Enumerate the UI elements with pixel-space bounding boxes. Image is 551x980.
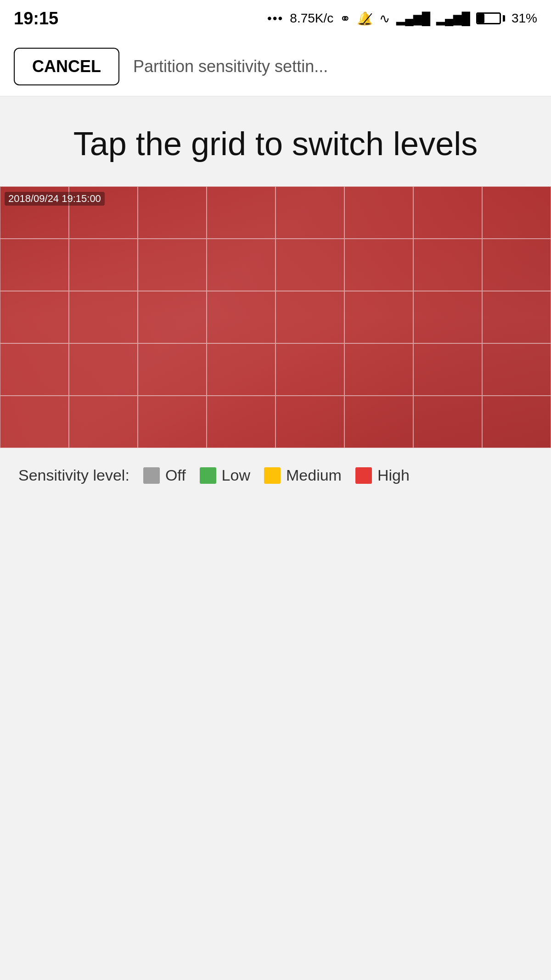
status-bar: 19:15 ••• 8.75K/c ⚭ 🔔̸ ∿ ▂▄▆█ ▂▄▆█ 31%: [0, 0, 551, 37]
grid-cell[interactable]: [207, 291, 276, 343]
grid-cell[interactable]: [276, 396, 344, 448]
bottom-area: [0, 503, 551, 897]
grid-cell[interactable]: [138, 291, 207, 343]
grid-cell[interactable]: [482, 291, 551, 343]
grid-cell[interactable]: [207, 343, 276, 396]
wifi-icon: ∿: [379, 11, 390, 26]
grid-cell[interactable]: [69, 343, 138, 396]
grid-cell[interactable]: [482, 396, 551, 448]
signal-dots: •••: [267, 11, 283, 26]
grid-overlay[interactable]: [0, 186, 551, 448]
cancel-button[interactable]: CANCEL: [14, 48, 119, 85]
legend-text-medium: Medium: [286, 466, 342, 484]
legend-text-off: Off: [165, 466, 186, 484]
instruction-text: Tap the grid to switch levels: [18, 124, 533, 163]
legend-text-low: Low: [222, 466, 250, 484]
grid-cell[interactable]: [138, 186, 207, 239]
grid-cell[interactable]: [413, 343, 482, 396]
instruction-area: Tap the grid to switch levels: [0, 96, 551, 186]
status-right-icons: ••• 8.75K/c ⚭ 🔔̸ ∿ ▂▄▆█ ▂▄▆█ 31%: [267, 11, 537, 26]
grid-cell[interactable]: [276, 239, 344, 291]
battery-indicator: [476, 12, 505, 24]
grid-cell[interactable]: [482, 186, 551, 239]
battery-fill: [478, 14, 484, 23]
legend-color-off: [143, 467, 160, 484]
legend-item-low: Low: [200, 466, 250, 484]
grid-cell[interactable]: [413, 186, 482, 239]
legend-color-medium: [264, 467, 281, 484]
legend-item-off: Off: [143, 466, 186, 484]
signal-bars-1: ▂▄▆█: [396, 11, 430, 26]
grid-cell[interactable]: [207, 239, 276, 291]
grid-cell[interactable]: [207, 186, 276, 239]
grid-cell[interactable]: [0, 343, 69, 396]
legend-text-high: High: [377, 466, 410, 484]
grid-cell[interactable]: [276, 343, 344, 396]
grid-cell[interactable]: [482, 343, 551, 396]
grid-cell[interactable]: [413, 396, 482, 448]
camera-image: 2018/09/24 19:15:00: [0, 186, 551, 448]
grid-cell[interactable]: [138, 343, 207, 396]
grid-cell[interactable]: [69, 396, 138, 448]
status-time: 19:15: [14, 9, 58, 28]
legend-label: Sensitivity level:: [18, 466, 129, 484]
legend-color-high: [355, 467, 372, 484]
grid-cell[interactable]: [0, 239, 69, 291]
grid-cell[interactable]: [207, 396, 276, 448]
grid-cell[interactable]: [69, 239, 138, 291]
grid-cell[interactable]: [138, 396, 207, 448]
grid-cell[interactable]: [276, 291, 344, 343]
grid-cell[interactable]: [413, 291, 482, 343]
grid-cell[interactable]: [276, 186, 344, 239]
camera-container: 2018/09/24 19:15:00: [0, 186, 551, 448]
grid-cell[interactable]: [0, 396, 69, 448]
legend-color-low: [200, 467, 216, 484]
mute-icon: 🔔̸: [357, 11, 373, 26]
bluetooth-icon: ⚭: [340, 11, 350, 26]
battery-percent: 31%: [512, 11, 537, 26]
battery-tip: [503, 15, 505, 22]
legend-area: Sensitivity level: Off Low Medium High: [0, 448, 551, 503]
grid-cell[interactable]: [344, 343, 413, 396]
signal-bars-2: ▂▄▆█: [436, 11, 470, 26]
camera-timestamp: 2018/09/24 19:15:00: [5, 192, 105, 206]
grid-cell[interactable]: [344, 291, 413, 343]
header: CANCEL Partition sensitivity settin...: [0, 37, 551, 96]
legend-item-medium: Medium: [264, 466, 342, 484]
grid-cell[interactable]: [138, 239, 207, 291]
grid-cell[interactable]: [482, 239, 551, 291]
grid-cell[interactable]: [344, 186, 413, 239]
grid-cell[interactable]: [344, 239, 413, 291]
data-signal: 8.75K/c: [290, 11, 333, 26]
header-title: Partition sensitivity settin...: [133, 57, 328, 76]
grid-cell[interactable]: [344, 396, 413, 448]
legend-item-high: High: [355, 466, 410, 484]
grid-cell[interactable]: [413, 239, 482, 291]
grid-cell[interactable]: [69, 291, 138, 343]
grid-cell[interactable]: [0, 291, 69, 343]
